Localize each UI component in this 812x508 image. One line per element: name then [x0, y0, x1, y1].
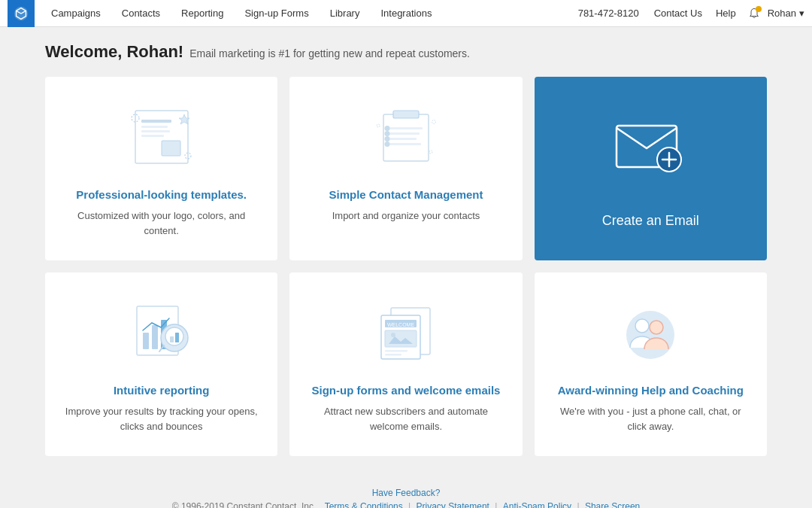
- top-cards-row: Professional-looking templates. Customiz…: [45, 77, 767, 260]
- signup-desc: Attract new subscribers and automate wel…: [308, 404, 504, 433]
- card-reporting[interactable]: Intuitive reporting Improve your results…: [45, 272, 277, 456]
- bottom-cards-row: Intuitive reporting Improve your results…: [45, 272, 767, 456]
- svg-rect-41: [385, 350, 408, 352]
- footer-antispam[interactable]: Anti-Spam Policy: [503, 501, 571, 508]
- reporting-title: Intuitive reporting: [114, 384, 210, 397]
- notification-dot: [756, 6, 762, 12]
- signup-icon: WELCOME: [365, 295, 447, 370]
- svg-point-45: [650, 321, 663, 334]
- card-create-email[interactable]: Create an Email: [535, 77, 767, 260]
- nav-contacts[interactable]: Contacts: [111, 0, 171, 27]
- svg-rect-12: [389, 132, 420, 135]
- nav-username: Rohan: [768, 8, 796, 19]
- create-email-title: Create an Email: [602, 213, 699, 229]
- svg-rect-6: [162, 141, 180, 156]
- contacts-title: Simple Contact Management: [329, 188, 483, 201]
- footer: Have Feedback? © 1996-2019 Constant Cont…: [0, 476, 812, 508]
- nav-right: 781-472-8120 Contact Us Help Rohan ▾: [578, 5, 804, 23]
- nav-integrations[interactable]: Integrations: [370, 0, 442, 27]
- footer-share[interactable]: Share Screen: [585, 501, 640, 508]
- svg-rect-27: [143, 333, 149, 349]
- nav-links: Campaigns Contacts Reporting Sign-up For…: [41, 0, 578, 27]
- nav-user-chevron: ▾: [799, 8, 804, 19]
- nav-user-menu[interactable]: Rohan ▾: [768, 8, 804, 19]
- svg-rect-28: [152, 325, 158, 349]
- nav-signup-forms[interactable]: Sign-up Forms: [234, 0, 319, 27]
- svg-point-20: [432, 120, 435, 124]
- signup-title: Sign-up forms and welcome emails: [312, 384, 501, 397]
- svg-rect-33: [175, 333, 179, 342]
- footer-terms[interactable]: Terms & Conditions: [325, 501, 403, 508]
- card-templates[interactable]: Professional-looking templates. Customiz…: [45, 77, 277, 260]
- svg-point-21: [429, 151, 432, 154]
- footer-copyright: © 1996-2019 Constant Contact, Inc.: [172, 501, 317, 508]
- card-help[interactable]: Award-winning Help and Coaching We're wi…: [535, 272, 767, 456]
- svg-rect-32: [170, 336, 174, 342]
- footer-privacy[interactable]: Privacy Statement: [417, 501, 489, 508]
- logo[interactable]: [8, 0, 35, 27]
- feedback-link[interactable]: Have Feedback?: [372, 488, 441, 498]
- create-email-icon: [605, 109, 695, 184]
- navbar: Campaigns Contacts Reporting Sign-up For…: [0, 0, 812, 27]
- svg-point-40: [391, 333, 395, 337]
- card-signup[interactable]: WELCOME Sign-up forms and welcome emails…: [289, 272, 522, 456]
- svg-point-16: [384, 131, 389, 136]
- welcome-bar: Welcome, Rohan! Email marketing is #1 fo…: [45, 42, 767, 62]
- svg-rect-4: [141, 130, 170, 132]
- welcome-title: Welcome, Rohan!: [45, 42, 183, 62]
- svg-rect-42: [385, 354, 401, 356]
- svg-rect-5: [141, 135, 164, 137]
- help-desc: We're with you - just a phone call, chat…: [553, 404, 749, 433]
- svg-rect-39: [385, 330, 417, 347]
- svg-point-31: [165, 327, 183, 345]
- templates-desc: Customized with your logo, colors, and c…: [63, 208, 259, 238]
- nav-library[interactable]: Library: [320, 0, 371, 27]
- svg-rect-10: [393, 111, 419, 118]
- nav-contact-us[interactable]: Contact Us: [650, 8, 707, 19]
- contacts-desc: Import and organize your contacts: [332, 208, 480, 224]
- svg-rect-14: [389, 143, 421, 145]
- svg-point-44: [635, 319, 649, 333]
- help-title: Award-winning Help and Coaching: [558, 384, 744, 397]
- svg-point-15: [384, 126, 389, 131]
- svg-point-17: [384, 136, 389, 141]
- svg-rect-11: [389, 127, 423, 129]
- svg-rect-3: [141, 126, 168, 128]
- help-icon: [609, 295, 692, 370]
- nav-help[interactable]: Help: [711, 8, 741, 19]
- svg-point-43: [626, 311, 674, 359]
- welcome-subtitle: Email marketing is #1 for getting new an…: [189, 47, 470, 59]
- svg-point-18: [384, 141, 389, 147]
- templates-title: Professional-looking templates.: [76, 188, 247, 201]
- nav-campaigns[interactable]: Campaigns: [41, 0, 111, 27]
- nav-notifications[interactable]: [745, 5, 763, 23]
- svg-point-19: [377, 124, 380, 127]
- nav-reporting[interactable]: Reporting: [171, 0, 234, 27]
- contacts-icon: [365, 99, 447, 175]
- nav-phone: 781-472-8120: [578, 8, 639, 19]
- svg-rect-2: [141, 120, 171, 123]
- main-content: Welcome, Rohan! Email marketing is #1 fo…: [0, 27, 812, 476]
- footer-links: © 1996-2019 Constant Contact, Inc. Terms…: [0, 501, 812, 508]
- card-contacts[interactable]: Simple Contact Management Import and org…: [289, 77, 522, 260]
- svg-text:WELCOME: WELCOME: [387, 322, 415, 327]
- svg-rect-13: [389, 138, 417, 140]
- reporting-icon: [120, 295, 203, 370]
- reporting-desc: Improve your results by tracking your op…: [63, 404, 259, 433]
- templates-icon: [120, 99, 203, 175]
